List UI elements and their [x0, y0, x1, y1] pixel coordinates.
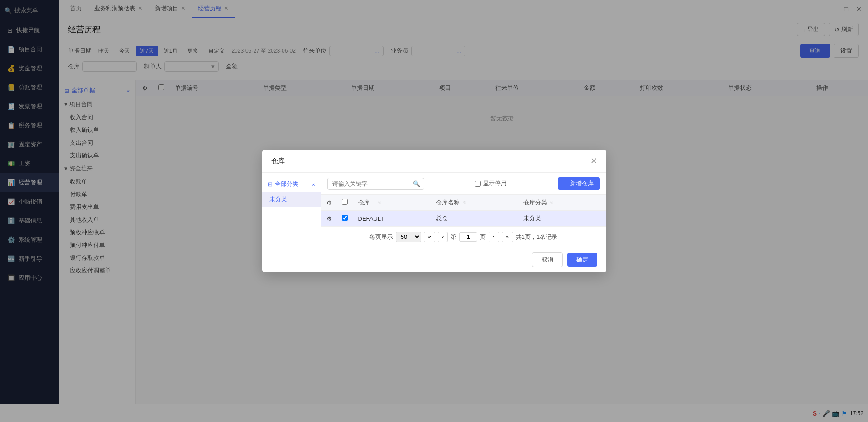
dialog-all-category-label: 全部分类: [275, 180, 298, 188]
row-checkbox[interactable]: [337, 211, 354, 227]
dialog-header: 仓库 ✕: [262, 150, 606, 173]
dialog-select-all[interactable]: [342, 199, 348, 205]
dialog-page-suffix: 页: [480, 233, 486, 241]
dialog-table-area: ⚙ 仓库... ⇅ 仓库名称 ⇅: [321, 195, 606, 227]
dialog-prev-page[interactable]: ‹: [438, 232, 448, 242]
warehouse-dialog: 仓库 ✕ ⊞ 全部分类 « 未分类: [262, 150, 606, 272]
dialog-first-page[interactable]: «: [424, 232, 435, 242]
table-row[interactable]: ⚙ DEFAULT 总仓 未分类: [321, 211, 606, 227]
dialog-collapse-icon[interactable]: «: [312, 181, 315, 188]
dialog-pagination: 每页显示 50100200 « ‹ 第 页 › » 共1页，1条记录: [321, 227, 606, 247]
confirm-button[interactable]: 确定: [567, 253, 597, 267]
dialog-title: 仓库: [271, 157, 285, 165]
row-settings[interactable]: ⚙: [321, 211, 337, 227]
dialog-category-item-uncategorized[interactable]: 未分类: [262, 192, 321, 207]
dialog-per-page-label: 每页显示: [369, 233, 393, 241]
dialog-right-panel: 🔍 显示停用 + 新增仓库: [321, 173, 606, 247]
dialog-body: ⊞ 全部分类 « 未分类 🔍 显示停用: [262, 173, 606, 247]
add-btn-label: 新增仓库: [570, 179, 594, 188]
cancel-button[interactable]: 取消: [532, 252, 563, 267]
dth-code: 仓库... ⇅: [354, 195, 432, 211]
dialog-footer: 取消 确定: [262, 247, 606, 272]
dialog-search-icon[interactable]: 🔍: [409, 178, 424, 189]
warehouse-table: ⚙ 仓库... ⇅ 仓库名称 ⇅: [321, 195, 606, 227]
row-checkbox-input[interactable]: [342, 215, 348, 221]
dialog-per-page-select[interactable]: 50100200: [396, 232, 421, 242]
dialog-next-page[interactable]: ›: [489, 232, 499, 242]
add-warehouse-button[interactable]: + 新增仓库: [558, 177, 600, 190]
dialog-page-label: 第: [451, 233, 456, 241]
dialog-last-page[interactable]: »: [502, 232, 513, 242]
dialog-toolbar: 🔍 显示停用 + 新增仓库: [321, 173, 606, 195]
sort-icon-code[interactable]: ⇅: [378, 200, 381, 205]
dialog-left-panel: ⊞ 全部分类 « 未分类: [262, 173, 321, 247]
row-name: 总仓: [432, 211, 519, 227]
dialog-total-info: 共1页，1条记录: [516, 233, 557, 241]
dth-category: 仓库分类 ⇅: [519, 195, 606, 211]
dth-settings[interactable]: ⚙: [321, 195, 337, 211]
dth-name: 仓库名称 ⇅: [432, 195, 519, 211]
modal-overlay: 仓库 ✕ ⊞ 全部分类 « 未分类: [0, 0, 868, 422]
show-disabled-checkbox[interactable]: [475, 181, 481, 187]
warehouse-table-header: ⚙ 仓库... ⇅ 仓库名称 ⇅: [321, 195, 606, 211]
sort-icon-name[interactable]: ⇅: [463, 200, 466, 205]
row-category: 未分类: [519, 211, 606, 227]
dialog-search-box: 🔍: [327, 178, 424, 190]
dialog-page-input[interactable]: [459, 232, 477, 242]
grid-icon-2: ⊞: [268, 181, 273, 188]
plus-icon: +: [564, 180, 568, 187]
row-code: DEFAULT: [354, 211, 432, 227]
show-disabled-label: 显示停用: [483, 179, 507, 188]
dialog-search-input[interactable]: [328, 178, 409, 189]
dth-checkbox[interactable]: [337, 195, 354, 211]
dialog-left-header[interactable]: ⊞ 全部分类 «: [262, 176, 321, 192]
show-disabled-checkbox-label[interactable]: 显示停用: [475, 179, 507, 188]
sort-icon-category[interactable]: ⇅: [550, 200, 553, 205]
dialog-close-button[interactable]: ✕: [590, 156, 597, 166]
